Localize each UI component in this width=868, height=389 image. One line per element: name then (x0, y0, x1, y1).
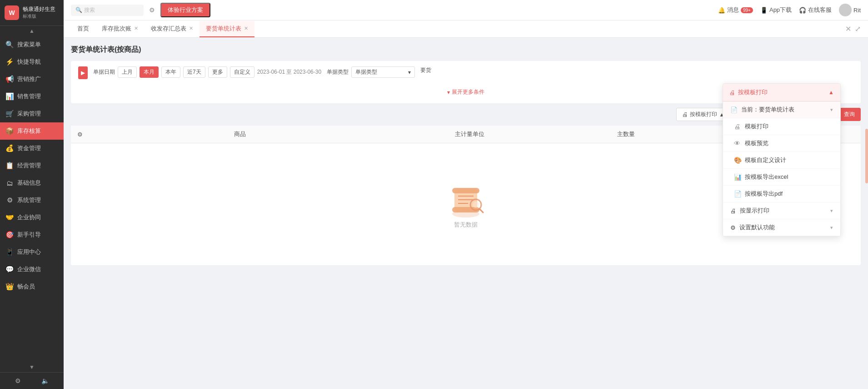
app-download-btn[interactable]: 📱 App下载 (760, 6, 792, 14)
sidebar-item-marketing[interactable]: 📢 营销推广 (0, 71, 64, 88)
tab-home[interactable]: 首页 (71, 21, 95, 37)
right-scrollbar[interactable] (865, 129, 868, 183)
bell-icon: 🔔 (718, 7, 725, 14)
date-more-btn[interactable]: 更多 (208, 66, 227, 78)
sidebar-item-apps[interactable]: 📱 应用中心 (0, 243, 64, 261)
sidebar-item-purchase[interactable]: 🛒 采购管理 (0, 105, 64, 122)
dropdown-title: 按模板打印 (738, 88, 768, 96)
yh-filter-label: 要货 (420, 66, 431, 74)
sidebar-item-basic[interactable]: 🗂 基础信息 (0, 174, 64, 192)
query-btn[interactable]: 查询 (838, 108, 861, 121)
tab-order-stats[interactable]: 要货单统计表 ✕ (200, 21, 254, 37)
template-excel-icon: 📊 (734, 173, 741, 181)
close-window-btn[interactable]: ✕ (845, 25, 851, 33)
tab-inventory-batch-close[interactable]: ✕ (134, 25, 138, 31)
empty-illustration (443, 180, 489, 221)
tab-inventory-batch-label: 库存批次账 (102, 25, 131, 33)
sidebar-item-label: 新手引导 (17, 231, 41, 239)
empty-text: 暂无数据 (454, 221, 478, 229)
filter-expand-btn[interactable]: ▶ (78, 66, 88, 79)
sidebar-item-guide[interactable]: 🎯 新手引导 (0, 226, 64, 243)
date-this-year-btn[interactable]: 本年 (161, 66, 180, 78)
sidebar-item-system[interactable]: ⚙ 系统管理 (0, 192, 64, 209)
topbar-search-icon: 🔍 (75, 7, 82, 13)
dropdown-item-template-preview[interactable]: 👁 模板预览 (723, 135, 840, 152)
tab-receipt-summary-close[interactable]: ✕ (189, 25, 193, 31)
dropdown-header[interactable]: 🖨 按模板打印 ▲ (723, 84, 840, 101)
user-avatar-btn[interactable]: Rit (839, 4, 861, 16)
date-this-month-btn[interactable]: 本月 (140, 66, 159, 78)
display-print-arrow-icon: ▾ (830, 208, 833, 214)
sidebar-item-wechat[interactable]: 💬 企业微信 (0, 261, 64, 278)
dropdown-item-template-pdf[interactable]: 📄 按模板导出pdf (723, 186, 840, 202)
sidebar-item-sales[interactable]: 📊 销售管理 (0, 88, 64, 105)
scroll-down-btn[interactable]: ▼ (0, 362, 64, 372)
dropdown-item-template-print[interactable]: 🖨 模板打印 (723, 118, 840, 135)
expand-more-btn[interactable]: ▾ 展开更多条件 (443, 86, 489, 98)
sidebar-item-label: 系统管理 (17, 196, 41, 204)
date-filter-group: 单据日期 上月 本月 本年 近7天 更多 自定义 2023-06-01 至 20… (93, 66, 321, 78)
member-icon: 👑 (5, 283, 14, 291)
date-custom-btn[interactable]: 自定义 (230, 66, 254, 78)
sidebar-item-label: 企业微信 (17, 265, 41, 273)
topbar-search[interactable]: 🔍 搜索 (71, 5, 144, 16)
sidebar-item-finance[interactable]: 💰 资金管理 (0, 140, 64, 157)
sidebar: W 畅康通好生意 标准版 ▲ 🔍 搜索菜单 ⚡ 快捷导航 📢 营销推广 📊 销售… (0, 0, 64, 389)
sidebar-item-label: 库存核算 (17, 127, 41, 135)
sidebar-item-label: 畅会员 (17, 283, 35, 291)
tab-order-stats-close[interactable]: ✕ (244, 25, 248, 31)
basic-icon: 🗂 (5, 179, 14, 187)
sidebar-item-inventory[interactable]: 📦 库存核算 (0, 122, 64, 140)
sidebar-item-operation[interactable]: 📋 经营管理 (0, 157, 64, 174)
sound-bottom-btn[interactable]: 🔈 (41, 377, 49, 384)
template-preview-icon: 👁 (734, 140, 741, 147)
template-design-icon: 🎨 (734, 157, 741, 164)
print-dropdown-panel: 🖨 按模板打印 ▲ 📄 当前：要货单统计表 ▾ 🖨 模板打印 👁 模板预览 (723, 83, 841, 237)
print-btn-label: 按模板打印 (690, 111, 717, 118)
date-last-month-btn[interactable]: 上月 (118, 66, 137, 78)
type-filter-arrow: ▾ (408, 69, 411, 76)
logo-text-block: 畅康通好生意 标准版 (23, 6, 55, 20)
sidebar-item-quick-nav[interactable]: ⚡ 快捷导航 (0, 53, 64, 71)
dropdown-item-template-excel[interactable]: 📊 按模板导出excel (723, 169, 840, 186)
settings-bottom-btn[interactable]: ⚙ (15, 377, 21, 384)
maximize-window-btn[interactable]: ⤢ (855, 25, 861, 33)
type-filter-select[interactable]: 单据类型 ▾ (351, 66, 415, 78)
sidebar-item-enterprise[interactable]: 🤝 企业协同 (0, 209, 64, 226)
date-filter-label: 单据日期 (93, 68, 115, 76)
topbar-gear-btn[interactable]: ⚙ (149, 6, 155, 14)
tab-home-label: 首页 (77, 25, 89, 33)
set-default-icon: ⚙ (730, 224, 736, 231)
sidebar-item-label: 资金管理 (17, 144, 41, 152)
set-default-label: 设置默认功能 (739, 223, 775, 232)
type-filter-value: 单据类型 (355, 68, 377, 76)
dropdown-current-label: 当前：要货单统计表 (741, 106, 794, 114)
sidebar-item-member[interactable]: 👑 畅会员 (0, 278, 64, 295)
dropdown-current-item[interactable]: 📄 当前：要货单统计表 ▾ (723, 101, 840, 118)
date-7days-btn[interactable]: 近7天 (183, 66, 205, 78)
date-range-display: 2023-06-01 至 2023-06-30 (257, 68, 321, 76)
display-print-icon: 🖨 (730, 207, 736, 214)
scroll-up-btn[interactable]: ▲ (0, 26, 64, 36)
sidebar-item-label: 销售管理 (17, 92, 41, 101)
sidebar-item-label: 搜索菜单 (17, 40, 41, 49)
notifications-btn[interactable]: 🔔 消息 99+ (718, 6, 753, 14)
print-header-icon: 🖨 (729, 89, 735, 96)
tab-inventory-batch[interactable]: 库存批次账 ✕ (95, 21, 145, 37)
online-service-btn[interactable]: 🎧 在线客服 (799, 6, 832, 14)
sidebar-item-search[interactable]: 🔍 搜索菜单 (0, 36, 64, 53)
set-default-arrow-icon: ▾ (830, 225, 833, 231)
dropdown-header-arrow: ▲ (828, 89, 834, 96)
online-service-label: 在线客服 (808, 6, 832, 14)
tab-receipt-summary[interactable]: 收发存汇总表 ✕ (145, 21, 200, 37)
tab-receipt-summary-label: 收发存汇总表 (151, 25, 186, 33)
quick-nav-icon: ⚡ (5, 58, 14, 66)
dropdown-set-default[interactable]: ⚙ 设置默认功能 ▾ (723, 219, 840, 236)
type-filter-label: 单据类型 (327, 68, 349, 76)
sidebar-item-label: 企业协同 (17, 213, 41, 222)
service-icon: 🎧 (799, 7, 806, 14)
dropdown-display-print[interactable]: 🖨 按显示打印 ▾ (723, 202, 840, 219)
col-settings[interactable]: ⚙ (71, 131, 89, 138)
dropdown-item-template-design[interactable]: 🎨 模板自定义设计 (723, 152, 840, 169)
trial-button[interactable]: 体验行业方案 (160, 3, 210, 17)
